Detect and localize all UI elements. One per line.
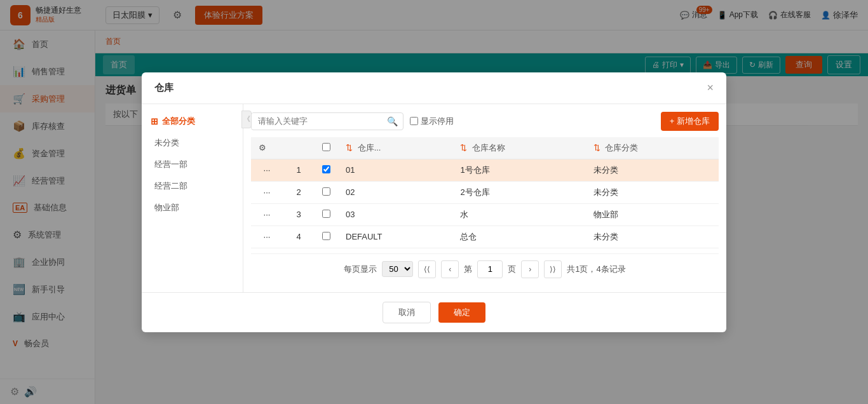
dialog-body: 《 ⊞ 全部分类 未分类 经营一部 经营二部 物业部 🔍	[142, 104, 726, 292]
add-warehouse-button[interactable]: + 新增仓库	[661, 112, 719, 131]
table-body: ··· 1 01 1号仓库 未分类 ··· 2 02 2号仓库 未分类 ··· …	[251, 159, 719, 248]
row-num-1: 02	[338, 181, 452, 203]
row-settings-2[interactable]: ···	[251, 203, 283, 226]
show-disabled-label: 显示停用	[410, 116, 454, 127]
table-row[interactable]: ··· 1 01 1号仓库 未分类	[251, 159, 719, 181]
row-category-2: 物业部	[586, 203, 719, 226]
row-num-index: 2	[283, 181, 315, 203]
th-checkbox	[315, 137, 338, 159]
table-header: ⚙ ⇅ 仓库... ⇅	[251, 137, 719, 159]
page-label: 第	[464, 264, 472, 275]
row-category-1: 未分类	[586, 181, 719, 203]
table-row[interactable]: ··· 2 02 2号仓库 未分类	[251, 181, 719, 203]
row-settings-1[interactable]: ···	[251, 181, 283, 203]
row-num-0: 01	[338, 159, 452, 181]
search-input[interactable]	[252, 113, 382, 129]
table-row[interactable]: ··· 3 03 水 物业部	[251, 203, 719, 226]
collapse-button[interactable]: 《	[241, 111, 252, 128]
dialog-header: 仓库 ×	[142, 72, 726, 104]
page-input[interactable]	[477, 260, 503, 278]
category-item-3[interactable]: 物业部	[142, 197, 243, 219]
table-wrap: ⚙ ⇅ 仓库... ⇅	[251, 137, 719, 248]
category-item-1[interactable]: 经营一部	[142, 154, 243, 175]
row-name-2: 水	[452, 203, 585, 226]
row-checkbox-1[interactable]	[315, 181, 338, 203]
sort-icon-name: ⇅	[460, 143, 467, 152]
pagination-row: 每页显示 50 ⟨⟨ ‹ 第 页 › ⟩⟩ 共1页，4条记录	[251, 253, 719, 285]
search-row: 🔍 显示停用 + 新增仓库	[251, 112, 719, 131]
row-checkbox-3[interactable]	[315, 226, 338, 248]
row-category-3: 未分类	[586, 226, 719, 248]
row-name-0: 1号仓库	[452, 159, 585, 181]
row-checkbox-0[interactable]	[315, 159, 338, 181]
table-row[interactable]: ··· 4 DEFAULT 总仓 未分类	[251, 226, 719, 248]
warehouse-table: ⚙ ⇅ 仓库... ⇅	[251, 137, 719, 248]
all-category-header[interactable]: ⊞ 全部分类	[142, 111, 243, 132]
data-panel: 🔍 显示停用 + 新增仓库 ⚙	[243, 104, 726, 292]
row-settings-3[interactable]: ···	[251, 226, 283, 248]
row-checkbox-2[interactable]	[315, 203, 338, 226]
row-name-3: 总仓	[452, 226, 585, 248]
th-num	[283, 137, 315, 159]
dialog-title: 仓库	[154, 82, 173, 94]
sort-icon-code: ⇅	[346, 143, 353, 152]
th-code: ⇅ 仓库...	[338, 137, 452, 159]
next-page-button[interactable]: ›	[521, 260, 539, 278]
warehouse-dialog: 仓库 × 《 ⊞ 全部分类 未分类 经营一部 经营二部 物业部	[142, 72, 726, 332]
category-panel: 《 ⊞ 全部分类 未分类 经营一部 经营二部 物业部	[142, 104, 243, 292]
confirm-button[interactable]: 确定	[438, 302, 485, 323]
row-num-2: 03	[338, 203, 452, 226]
row-name-1: 2号仓库	[452, 181, 585, 203]
search-box: 🔍	[251, 112, 403, 130]
category-item-2[interactable]: 经营二部	[142, 175, 243, 197]
row-category-0: 未分类	[586, 159, 719, 181]
prev-page-button[interactable]: ‹	[441, 260, 459, 278]
close-icon[interactable]: ×	[707, 81, 714, 95]
grid-icon: ⊞	[151, 116, 158, 126]
category-item-0[interactable]: 未分类	[142, 132, 243, 154]
search-icon[interactable]: 🔍	[382, 113, 403, 130]
show-disabled-checkbox[interactable]	[410, 117, 418, 125]
first-page-button[interactable]: ⟨⟨	[418, 260, 436, 278]
cancel-button[interactable]: 取消	[383, 302, 431, 323]
last-page-button[interactable]: ⟩⟩	[544, 260, 562, 278]
row-num-3: DEFAULT	[338, 226, 452, 248]
row-num-index: 1	[283, 159, 315, 181]
sort-icon-category: ⇅	[593, 143, 600, 152]
total-info: 共1页，4条记录	[567, 264, 625, 275]
page-size-select[interactable]: 50	[382, 261, 413, 277]
modal-overlay: 仓库 × 《 ⊞ 全部分类 未分类 经营一部 经营二部 物业部	[0, 0, 868, 404]
th-name: ⇅ 仓库名称	[452, 137, 585, 159]
row-num-index: 4	[283, 226, 315, 248]
row-settings-0[interactable]: ···	[251, 159, 283, 181]
th-settings: ⚙	[251, 137, 283, 159]
dialog-footer: 取消 确定	[142, 292, 726, 332]
select-all-checkbox[interactable]	[322, 143, 330, 151]
th-category: ⇅ 仓库分类	[586, 137, 719, 159]
row-num-index: 3	[283, 203, 315, 226]
